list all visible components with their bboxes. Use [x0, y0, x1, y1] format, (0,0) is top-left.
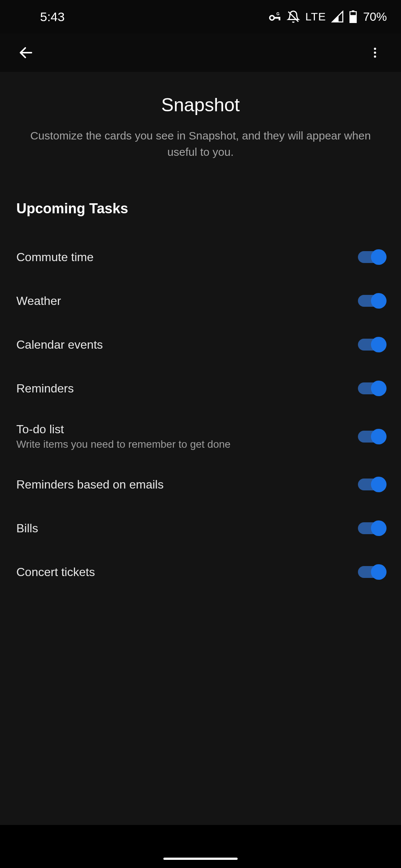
- setting-label: To-do list: [16, 423, 347, 436]
- vpn-key-icon: G: [268, 10, 281, 23]
- overflow-menu-button[interactable]: [364, 42, 386, 64]
- setting-row-commute-time[interactable]: Commute time: [0, 235, 401, 279]
- setting-label: Commute time: [16, 250, 347, 264]
- svg-rect-2: [279, 17, 281, 20]
- svg-point-10: [374, 52, 376, 54]
- svg-rect-7: [350, 15, 356, 23]
- page-subtitle: Customize the cards you see in Snapshot,…: [0, 128, 401, 160]
- toggle-calendar-events[interactable]: [358, 339, 385, 351]
- svg-point-11: [374, 56, 376, 58]
- setting-label: Reminders based on emails: [16, 478, 347, 491]
- toggle-reminders[interactable]: [358, 382, 385, 394]
- navigation-bar: [0, 849, 401, 868]
- status-right: G LTE 70%: [268, 10, 387, 24]
- battery-percentage: 70%: [363, 10, 387, 24]
- toggle-concert-tickets[interactable]: [358, 566, 385, 578]
- app-bar: [0, 33, 401, 72]
- toggle-thumb: [371, 381, 387, 396]
- toggle-thumb: [371, 249, 387, 265]
- setting-row-weather[interactable]: Weather: [0, 279, 401, 323]
- content-area: Snapshot Customize the cards you see in …: [0, 72, 401, 825]
- toggle-thumb: [371, 520, 387, 536]
- setting-row-calendar-events[interactable]: Calendar events: [0, 323, 401, 366]
- toggle-thumb: [371, 477, 387, 492]
- notifications-off-icon: [287, 10, 300, 23]
- more-vert-icon: [368, 46, 382, 59]
- toggle-thumb: [371, 564, 387, 580]
- toggle-thumb: [371, 337, 387, 352]
- status-bar: 5:43 G LTE: [0, 0, 401, 33]
- section-header-upcoming-tasks: Upcoming Tasks: [0, 201, 401, 217]
- setting-row-reminders[interactable]: Reminders: [0, 366, 401, 410]
- svg-text:G: G: [277, 11, 280, 16]
- setting-text: Bills: [16, 522, 358, 535]
- setting-row-todo-list[interactable]: To-do list Write items you need to remem…: [0, 410, 401, 463]
- setting-label: Bills: [16, 522, 347, 535]
- setting-row-reminders-emails[interactable]: Reminders based on emails: [0, 463, 401, 506]
- setting-text: Calendar events: [16, 338, 358, 352]
- home-handle[interactable]: [163, 858, 238, 860]
- toggle-commute-time[interactable]: [358, 251, 385, 263]
- toggle-bills[interactable]: [358, 522, 385, 534]
- setting-text: Commute time: [16, 250, 358, 264]
- svg-point-9: [374, 48, 376, 50]
- toggle-thumb: [371, 429, 387, 444]
- setting-text: Concert tickets: [16, 565, 358, 579]
- setting-label: Calendar events: [16, 338, 347, 352]
- setting-label: Reminders: [16, 382, 347, 395]
- svg-point-0: [270, 16, 274, 20]
- battery-icon: [349, 10, 357, 23]
- setting-text: Reminders based on emails: [16, 478, 358, 491]
- toggle-thumb: [371, 293, 387, 309]
- setting-text: To-do list Write items you need to remem…: [16, 423, 358, 450]
- toggle-weather[interactable]: [358, 295, 385, 307]
- toggle-todo-list[interactable]: [358, 431, 385, 443]
- network-type-label: LTE: [305, 10, 326, 23]
- page-title: Snapshot: [0, 94, 401, 116]
- back-button[interactable]: [15, 42, 37, 64]
- setting-row-concert-tickets[interactable]: Concert tickets: [0, 550, 401, 594]
- arrow-left-icon: [18, 45, 34, 61]
- setting-description: Write items you need to remember to get …: [16, 438, 347, 450]
- toggle-reminders-emails[interactable]: [358, 479, 385, 490]
- setting-label: Weather: [16, 294, 347, 308]
- setting-row-bills[interactable]: Bills: [0, 506, 401, 550]
- setting-text: Reminders: [16, 382, 358, 395]
- setting-text: Weather: [16, 294, 358, 308]
- setting-label: Concert tickets: [16, 565, 347, 579]
- status-time: 5:43: [40, 10, 65, 24]
- cellular-signal-icon: [331, 10, 344, 23]
